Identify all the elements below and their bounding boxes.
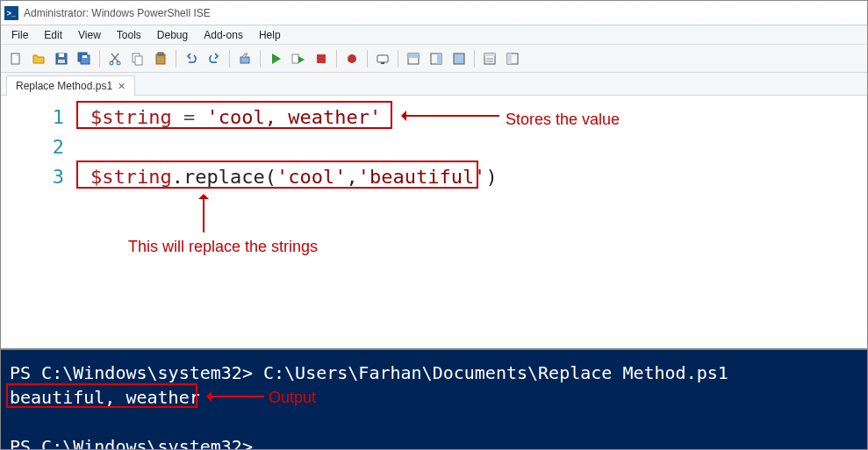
tab-label: Replace Method.ps1 [16,80,112,92]
undo-icon[interactable] [182,49,201,68]
separator [367,50,368,68]
script-editor[interactable]: 1 2 3 $string = 'cool, weather' $string.… [1,96,867,348]
svg-rect-23 [454,54,464,64]
svg-rect-15 [317,54,326,63]
svg-rect-2 [59,54,64,57]
pane-max-icon[interactable] [449,49,469,68]
menu-tools[interactable]: Tools [110,27,148,43]
line-gutter: 1 2 3 [1,96,80,348]
menu-addons[interactable]: Add-ons [197,27,250,43]
run-selection-icon[interactable] [289,49,308,68]
save-icon[interactable] [52,49,71,68]
run-script-icon[interactable] [266,49,285,68]
line-number: 2 [1,132,64,162]
remote-icon[interactable] [373,49,392,68]
token-string: 'cool, weather' [206,106,381,128]
script-tab[interactable]: Replace Method.ps1 ✕ [6,75,135,96]
copy-icon[interactable] [128,49,147,68]
menu-debug[interactable]: Debug [150,27,195,43]
clear-icon[interactable] [235,49,255,68]
toolbar [1,45,867,73]
separator [99,50,100,68]
svg-rect-25 [484,54,495,56]
app-icon: >_ [4,6,18,20]
pane-right-icon[interactable] [427,49,446,68]
show-script-icon[interactable] [480,49,499,68]
annotation-arrow-replace [203,196,204,232]
close-tab-icon[interactable]: ✕ [118,81,126,92]
open-file-icon[interactable] [29,49,48,68]
svg-rect-3 [58,60,65,63]
console-prompt: PS C:\Windows\system32> [10,362,263,383]
svg-rect-18 [381,62,384,64]
svg-rect-17 [377,55,388,62]
tabstrip: Replace Method.ps1 ✕ [1,73,867,96]
console-line-1: PS C:\Windows\system32> C:\Users\Farhan\… [10,361,858,385]
titlebar: >_ Administrator: Windows PowerShell ISE [1,1,867,25]
annotation-replace: This will replace the strings [128,232,318,261]
menu-help[interactable]: Help [252,27,288,43]
token-string: 'beautiful' [358,166,486,188]
code-line-3: $string.replace('cool','beautiful') [90,162,867,192]
separator [398,50,398,68]
menu-view[interactable]: View [71,27,108,43]
line-number: 3 [1,162,64,192]
code-line-2 [90,132,867,162]
svg-rect-11 [156,54,165,64]
svg-rect-27 [507,54,512,64]
token-string: 'cool' [276,166,346,188]
stop-icon[interactable] [312,49,331,68]
show-command-icon[interactable] [503,49,522,68]
svg-rect-6 [82,55,87,58]
token-comma: , [346,166,357,188]
code-line-1: $string = 'cool, weather' [90,103,867,132]
window-title: Administrator: Windows PowerShell ISE [24,7,211,19]
separator [229,50,230,68]
console-command: C:\Users\Farhan\Documents\Replace Method… [263,362,728,383]
save-all-icon[interactable] [75,49,94,68]
token-dot: . [172,166,183,188]
svg-rect-14 [292,54,298,63]
line-number: 1 [1,103,64,132]
code-area[interactable]: $string = 'cool, weather' $string.replac… [80,96,867,348]
token-operator: = [183,106,195,128]
pane-top-icon[interactable] [404,49,423,68]
separator [260,50,261,68]
separator [474,50,475,68]
paste-icon[interactable] [151,49,170,68]
console-pane[interactable]: PS C:\Windows\system32> C:\Users\Farhan\… [1,348,867,449]
redo-icon[interactable] [204,49,224,68]
new-file-icon[interactable] [6,49,25,68]
svg-rect-13 [240,57,249,63]
svg-rect-12 [158,53,163,55]
menu-edit[interactable]: Edit [37,27,69,43]
svg-rect-20 [408,54,419,58]
menu-file[interactable]: File [4,27,35,43]
token-method: replace [183,166,265,188]
svg-rect-22 [437,54,441,64]
cut-icon[interactable] [105,49,125,68]
svg-rect-10 [135,56,142,65]
console-prompt: PS C:\Windows\system32> [10,434,858,450]
breakpoint-icon[interactable] [342,49,362,68]
svg-point-16 [348,54,356,63]
console-output: beautiful, weather [10,385,858,410]
token-paren: ( [265,166,276,188]
token-variable: $string [90,106,172,128]
menubar: File Edit View Tools Debug Add-ons Help [1,25,867,45]
separator [176,50,176,68]
token-variable: $string [90,166,172,188]
separator [336,50,337,68]
token-paren: ) [485,166,497,188]
